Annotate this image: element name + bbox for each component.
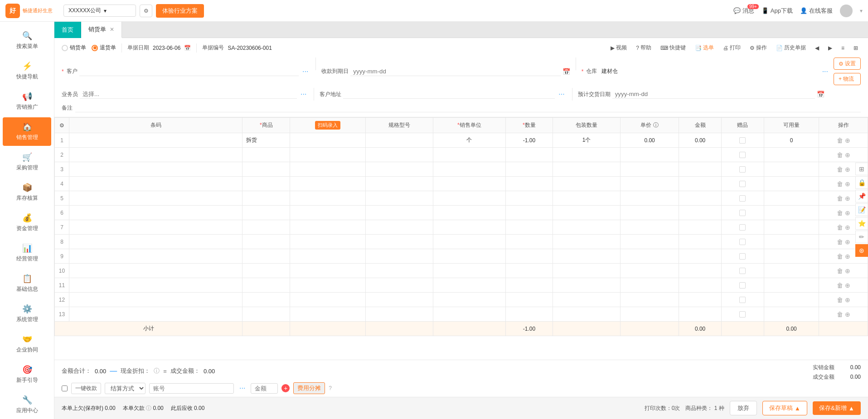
row-gift[interactable] [722,307,764,322]
app-download-button[interactable]: 📱 App下载 [761,7,793,15]
row-quantity[interactable] [505,220,553,235]
row-gift[interactable] [722,162,764,177]
row-unit-price[interactable] [621,162,679,177]
help-circle-icon[interactable]: ⓘ [154,367,160,375]
company-selector[interactable]: XXXXXX公司 ▾ [63,5,136,17]
row-quantity[interactable] [505,307,553,322]
row-spec[interactable] [366,220,433,235]
copy-row-icon[interactable]: ⊕ [845,296,850,303]
row-spec[interactable] [366,293,433,307]
delete-row-icon[interactable]: 🗑 [837,267,843,275]
row-barcode[interactable] [69,249,242,264]
copy-row-icon[interactable]: ⊕ [845,311,850,318]
row-quantity[interactable] [505,148,553,162]
delete-row-icon[interactable]: 🗑 [837,282,843,289]
row-product[interactable] [242,191,290,206]
form-settings-button[interactable]: ⚙ 设置 [834,58,861,70]
row-barcode[interactable] [69,177,242,191]
payment-amount-input[interactable] [251,383,278,394]
row-barcode[interactable] [69,278,242,293]
row-spec[interactable] [366,162,433,177]
col-settings-header[interactable]: ⚙ [55,118,69,133]
row-barcode[interactable] [69,264,242,278]
copy-row-icon[interactable]: ⊕ [845,151,850,159]
row-quantity[interactable] [505,177,553,191]
row-gift[interactable] [722,235,764,249]
remark-input[interactable] [75,103,861,112]
row-unit-price[interactable] [621,191,679,206]
sidebar-item-enterprise[interactable]: 🤝 企业协同 [3,330,51,358]
row-quantity[interactable] [505,293,553,307]
row-product[interactable] [242,278,290,293]
copy-row-icon[interactable]: ⊕ [845,195,850,202]
float-btn-2[interactable]: 🔒 [855,176,868,189]
radio-sales-order[interactable]: 销货单 [62,44,86,52]
row-barcode[interactable] [69,235,242,249]
customer-input[interactable] [79,67,299,76]
row-barcode[interactable] [69,148,242,162]
user-menu-icon[interactable]: ▾ [860,8,863,14]
row-spec[interactable] [366,206,433,220]
save-draft-button[interactable]: 保存草稿 ▲ [762,401,807,415]
float-btn-7[interactable]: ⊛ [855,244,868,257]
row-product[interactable] [242,148,290,162]
sidebar-item-capital[interactable]: 💰 资金管理 [3,208,51,237]
float-btn-1[interactable]: ⊞ [855,163,868,175]
radio-return-order[interactable]: 退货单 [92,44,116,52]
sidebar-item-inventory[interactable]: 📦 库存核算 [3,178,51,207]
delete-row-icon[interactable]: 🗑 [837,224,843,231]
delete-row-icon[interactable]: 🗑 [837,166,843,173]
sidebar-item-search[interactable]: 🔍 搜索菜单 [3,26,51,55]
row-unit-price[interactable] [621,293,679,307]
tab-sales-order[interactable]: 销货单 ✕ [81,22,122,38]
due-date-input[interactable] [350,67,560,76]
row-unit-price[interactable] [621,220,679,235]
row-barcode[interactable] [69,133,242,148]
delete-row-icon[interactable]: 🗑 [837,311,843,318]
customer-address-input[interactable] [343,90,555,99]
select-btn[interactable]: 📑 选单 [692,43,717,53]
message-button[interactable]: 💬 消息 99+ [733,7,754,15]
row-unit-price[interactable] [621,264,679,278]
row-spec[interactable] [366,177,433,191]
sidebar-item-app-center[interactable]: 🔧 应用中心 [3,390,51,419]
discard-button[interactable]: 放弃 [730,401,757,415]
print-btn[interactable]: 🖨 打印 [720,43,743,53]
row-gift[interactable] [722,133,764,148]
one-click-pay-checkbox[interactable] [62,385,68,391]
row-product[interactable] [242,220,290,235]
row-spec[interactable] [366,249,433,264]
delete-row-icon[interactable]: 🗑 [837,253,843,260]
sidebar-item-marketing[interactable]: 📢 营销推广 [3,87,51,116]
float-btn-4[interactable]: 📝 [855,203,868,216]
next-btn[interactable]: ▶ [825,43,835,53]
prev-btn[interactable]: ◀ [812,43,822,53]
logistics-button[interactable]: + 物流 [834,73,861,85]
customer-address-dots-button[interactable]: ··· [557,91,566,98]
row-barcode[interactable] [69,220,242,235]
row-gift[interactable] [722,177,764,191]
row-unit-price[interactable] [621,177,679,191]
operations-btn[interactable]: ⚙ 操作 [747,43,770,53]
row-quantity[interactable] [505,278,553,293]
settings-gear-icon[interactable]: ⚙ [140,5,152,17]
row-barcode[interactable] [69,293,242,307]
row-product[interactable] [242,235,290,249]
expected-date-calendar-icon[interactable]: 📅 [817,91,824,98]
copy-row-icon[interactable]: ⊕ [845,282,850,289]
row-unit-price[interactable] [621,307,679,322]
row-barcode[interactable] [69,191,242,206]
row-product[interactable] [242,162,290,177]
help-circle-icon-2[interactable]: ⓘ [146,405,151,411]
list-view-btn[interactable]: ≡ [839,43,847,53]
one-click-pay-button[interactable]: 一键收款 [71,383,101,394]
row-spec[interactable] [366,148,433,162]
row-quantity[interactable] [505,162,553,177]
settle-method-select[interactable]: 结算方式 [105,383,145,394]
row-barcode[interactable] [69,206,242,220]
row-product[interactable]: 拆货 [242,133,290,148]
copy-row-icon[interactable]: ⊕ [845,224,850,231]
row-barcode[interactable] [69,162,242,177]
delete-row-icon[interactable]: 🗑 [837,238,843,246]
row-gift[interactable] [722,191,764,206]
